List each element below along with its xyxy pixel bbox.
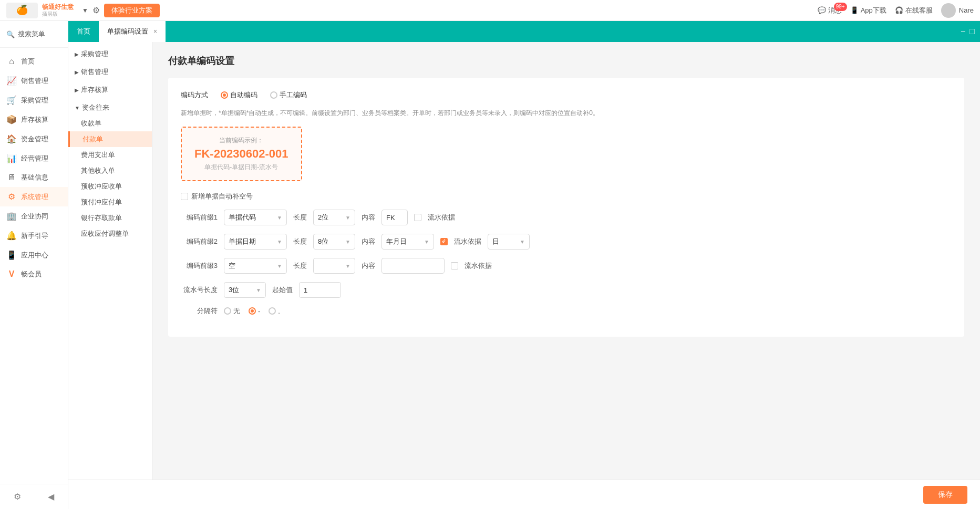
- prefix2-length-select[interactable]: 8位 ▼: [313, 234, 355, 250]
- guide-icon: 🔔: [6, 231, 17, 241]
- nav-item-member[interactable]: V 畅会员: [0, 265, 68, 284]
- settings-card: 编码方式 自动编码 手工编码 新增单据时，*单据编码*自动生成，不可编辑。前缀设…: [168, 78, 964, 337]
- prefix3-select[interactable]: 空 ▼: [224, 258, 287, 274]
- nav-item-finance[interactable]: 🏠 资金管理: [0, 129, 68, 149]
- nav-item-purchase[interactable]: 🛒 采购管理: [0, 90, 68, 110]
- maximize-tab-button[interactable]: □: [969, 27, 975, 36]
- settings-bottom-icon[interactable]: ⚙: [11, 489, 24, 505]
- prefix2-content-select[interactable]: 年月日 ▼: [381, 234, 434, 250]
- separator-label: 分隔符: [181, 306, 218, 316]
- serial-length-value: 3位: [229, 285, 239, 295]
- message-icon: 💬: [818, 6, 826, 14]
- separator-dot-label: .: [278, 307, 280, 315]
- sidebar-leaf-ap-adjust[interactable]: 应收应付调整单: [68, 226, 152, 242]
- sidebar-section-capital-title[interactable]: ▼ 资金往来: [68, 100, 152, 116]
- start-value-input[interactable]: 1: [299, 282, 341, 298]
- nav-label: 系统管理: [21, 192, 48, 202]
- sidebar-leaf-receipt[interactable]: 收款单: [68, 116, 152, 131]
- auto-fill-label: 新增单据自动补空号: [191, 192, 253, 201]
- sidebar-leaf-payment[interactable]: 付款单: [68, 131, 152, 147]
- dropdown-arrow-icon[interactable]: ▼: [82, 7, 88, 14]
- prefix2-serial-checkbox[interactable]: ✓: [440, 238, 448, 245]
- separator-row: 分隔符 无 - .: [181, 306, 952, 316]
- prefix1-length-select[interactable]: 2位 ▼: [313, 210, 355, 225]
- collapse-icon[interactable]: ◀: [45, 489, 57, 505]
- sidebar-section-inventory-title[interactable]: ▶ 库存核算: [68, 82, 152, 98]
- top-bar: 🍊 畅通好生意 插层版 ▼ ⚙ 体验行业方案 💬 消息 99+ 📱 App下载 …: [0, 0, 980, 21]
- nav-label: 销售管理: [21, 76, 48, 86]
- search-menu[interactable]: 🔍 搜索菜单: [0, 26, 68, 42]
- sales-icon: 📈: [6, 76, 17, 86]
- nav-item-home[interactable]: ⌂ 首页: [0, 52, 68, 71]
- message-badge[interactable]: 💬 消息 99+: [818, 6, 842, 15]
- sidebar-leaf-prepay-receivable[interactable]: 预收冲应收单: [68, 179, 152, 194]
- separator-none[interactable]: 无: [224, 306, 240, 316]
- sidebar-leaf-expense[interactable]: 费用支出单: [68, 147, 152, 163]
- auto-fill-checkbox[interactable]: [181, 193, 188, 200]
- auto-encode-radio[interactable]: 自动编码: [221, 90, 257, 100]
- serial-length-caret-icon: ▼: [256, 287, 261, 293]
- prefix1-content-label: 内容: [362, 213, 375, 222]
- nav-item-operations[interactable]: 📊 经营管理: [0, 149, 68, 168]
- nav-item-basic[interactable]: 🖥 基础信息: [0, 168, 68, 187]
- prefix3-serial-checkbox[interactable]: [451, 262, 458, 269]
- prefix2-select[interactable]: 单据日期 ▼: [224, 234, 287, 250]
- encode-method-label: 编码方式: [181, 90, 208, 100]
- prefix2-value: 单据日期: [229, 237, 256, 246]
- nav-item-apps[interactable]: 📱 应用中心: [0, 245, 68, 265]
- finance-icon: 🏠: [6, 134, 17, 144]
- nav-item-sales[interactable]: 📈 销售管理: [0, 71, 68, 90]
- secondary-sidebar: ▶ 采购管理 ▶ 销售管理 ▶ 库存核算: [68, 42, 152, 480]
- top-bar-right: 💬 消息 99+ 📱 App下载 🎧 在线客服 Nare: [818, 3, 974, 18]
- minimize-tab-button[interactable]: −: [961, 27, 965, 36]
- gear-icon[interactable]: ⚙: [92, 5, 100, 15]
- app-download[interactable]: 📱 App下载: [850, 6, 886, 15]
- sidebar-section-purchase-title[interactable]: ▶ 采购管理: [68, 46, 152, 62]
- prefix1-value: 单据代码: [229, 213, 256, 222]
- tab-encode-setting[interactable]: 单据编码设置 ×: [99, 21, 166, 42]
- sidebar-leaf-other-income[interactable]: 其他收入单: [68, 163, 152, 179]
- trial-button[interactable]: 体验行业方案: [104, 4, 160, 17]
- manual-encode-radio-icon: [270, 91, 277, 99]
- sidebar-section-sales-title[interactable]: ▶ 销售管理: [68, 64, 152, 80]
- prefix3-serial-label: 流水依据: [465, 261, 492, 271]
- prefix1-serial-checkbox[interactable]: [414, 214, 421, 221]
- separator-hyphen[interactable]: -: [249, 307, 260, 315]
- separator-hyphen-radio-icon: [249, 307, 256, 315]
- prefix2-unit-value: 日: [492, 237, 499, 246]
- nav-items: ⌂ 首页 📈 销售管理 🛒 采购管理 📦 库存核算 🏠 资金管理 📊 经营: [0, 48, 68, 484]
- nav-label: 库存核算: [21, 115, 48, 124]
- arrow-icon: ▼: [75, 105, 80, 111]
- serial-length-select[interactable]: 3位 ▼: [224, 282, 266, 298]
- prefix2-unit-select[interactable]: 日 ▼: [488, 234, 530, 250]
- left-nav: 🔍 搜索菜单 ⌂ 首页 📈 销售管理 🛒 采购管理 📦 库存核算 🏠: [0, 21, 68, 509]
- separator-dot[interactable]: .: [269, 307, 280, 315]
- app-title: 畅通好生意: [42, 3, 74, 11]
- serial-length-row: 流水号长度 3位 ▼ 起始值 1: [181, 282, 952, 298]
- tab-bar: 首页 单据编码设置 × − □: [68, 21, 980, 42]
- main-content: 付款单编码设置 编码方式 自动编码 手工编码: [152, 42, 980, 480]
- prefix1-serial-label: 流水依据: [428, 213, 455, 222]
- nav-item-system[interactable]: ⚙ 系统管理: [0, 187, 68, 206]
- prefix2-row: 编码前缀2 单据日期 ▼ 长度 8位 ▼ 内容 年月日: [181, 234, 952, 250]
- prefix1-select[interactable]: 单据代码 ▼: [224, 210, 287, 225]
- tab-close-icon[interactable]: ×: [153, 28, 157, 35]
- tab-actions: − □: [961, 27, 980, 36]
- nav-bottom: ⚙ ◀: [0, 484, 68, 509]
- online-service[interactable]: 🎧 在线客服: [895, 6, 933, 15]
- basic-icon: 🖥: [6, 173, 17, 182]
- sidebar-leaf-prepay-payable[interactable]: 预付冲应付单: [68, 194, 152, 210]
- user-area[interactable]: Nare: [941, 3, 974, 18]
- nav-item-enterprise[interactable]: 🏢 企业协同: [0, 206, 68, 226]
- manual-encode-radio[interactable]: 手工编码: [270, 90, 307, 100]
- nav-item-inventory[interactable]: 📦 库存核算: [0, 110, 68, 129]
- prefix3-length-select[interactable]: ▼: [313, 258, 355, 274]
- save-button[interactable]: 保存: [923, 486, 967, 504]
- prefix2-content-value: 年月日: [386, 237, 407, 246]
- nav-item-guide[interactable]: 🔔 新手引导: [0, 226, 68, 245]
- sidebar-leaf-bank-deposit[interactable]: 银行存取款单: [68, 210, 152, 226]
- preview-box: 当前编码示例： FK-20230602-001 单据代码-单据日期-流水号: [181, 127, 302, 181]
- nav-label: 畅会员: [21, 269, 42, 279]
- tab-home[interactable]: 首页: [68, 21, 99, 42]
- operations-icon: 📊: [6, 153, 17, 163]
